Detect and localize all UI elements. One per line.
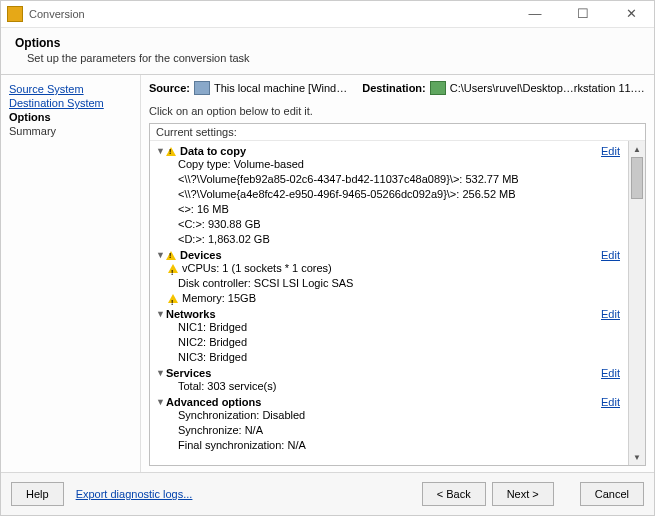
volume-1: <\\?\Volume{feb92a85-02c6-4347-bd42-1103… <box>178 172 624 187</box>
vcpus: vCPUs: 1 (1 sockets * 1 cores) <box>168 261 624 276</box>
volume-d: <D:>: 1,863.02 GB <box>178 232 624 247</box>
chevron-down-icon[interactable]: ▼ <box>156 251 166 260</box>
nic3: NIC3: Bridged <box>178 350 624 365</box>
chevron-down-icon[interactable]: ▼ <box>156 310 166 319</box>
wizard-header: Options Set up the parameters for the co… <box>1 28 654 74</box>
app-icon <box>7 6 23 22</box>
services-total: Total: 303 service(s) <box>178 379 624 394</box>
volume-c: <C:>: 930.88 GB <box>178 217 624 232</box>
settings-header: Current settings: <box>150 124 645 141</box>
sidebar-item-destination-system[interactable]: Destination System <box>9 97 132 109</box>
section-title: Services <box>166 367 601 379</box>
chevron-down-icon[interactable]: ▼ <box>156 369 166 378</box>
warning-icon <box>168 294 178 303</box>
settings-box: Current settings: ▼ Data to copy Edit Co… <box>149 123 646 466</box>
nic1: NIC1: Bridged <box>178 320 624 335</box>
warning-icon <box>166 251 176 260</box>
back-button[interactable]: < Back <box>422 482 486 506</box>
section-title: Devices <box>180 249 601 261</box>
scroll-track[interactable] <box>629 157 645 449</box>
sidebar-item-options[interactable]: Options <box>9 111 132 123</box>
nic2: NIC2: Bridged <box>178 335 624 350</box>
settings-content: ▼ Data to copy Edit Copy type: Volume-ba… <box>150 141 628 465</box>
wizard-sidebar: Source System Destination System Options… <box>1 75 141 472</box>
window-controls: — ☐ ✕ <box>518 1 648 27</box>
conversion-window: Conversion — ☐ ✕ Options Set up the para… <box>0 0 655 516</box>
page-subtitle: Set up the parameters for the conversion… <box>27 52 640 64</box>
chevron-down-icon[interactable]: ▼ <box>156 147 166 156</box>
destination-label: Destination: <box>362 82 426 94</box>
export-logs-link[interactable]: Export diagnostic logs... <box>76 488 193 500</box>
sidebar-item-source-system[interactable]: Source System <box>9 83 132 95</box>
vertical-scrollbar[interactable]: ▲ ▼ <box>628 141 645 465</box>
wizard-footer: Help Export diagnostic logs... < Back Ne… <box>1 472 654 515</box>
cancel-button[interactable]: Cancel <box>580 482 644 506</box>
titlebar: Conversion — ☐ ✕ <box>1 1 654 28</box>
edit-link-networks[interactable]: Edit <box>601 308 620 320</box>
memory: Memory: 15GB <box>168 291 624 306</box>
synchronization: Synchronization: Disabled <box>178 408 624 423</box>
source-value: This local machine [Windows… <box>214 82 352 94</box>
current-settings-label: Current settings: <box>156 126 237 138</box>
scroll-up-arrow[interactable]: ▲ <box>629 141 645 157</box>
minimize-button[interactable]: — <box>518 1 552 27</box>
section-devices[interactable]: ▼ Devices Edit <box>156 249 624 261</box>
section-networks[interactable]: ▼ Networks Edit <box>156 308 624 320</box>
close-button[interactable]: ✕ <box>614 1 648 27</box>
warning-icon <box>168 264 178 273</box>
edit-link-services[interactable]: Edit <box>601 367 620 379</box>
section-data-to-copy[interactable]: ▼ Data to copy Edit <box>156 145 624 157</box>
volume-small: <>: 16 MB <box>178 202 624 217</box>
main-panel: Source: This local machine [Windows… Des… <box>141 75 654 472</box>
disk-controller: Disk controller: SCSI LSI Logic SAS <box>178 276 624 291</box>
section-services[interactable]: ▼ Services Edit <box>156 367 624 379</box>
synchronize: Synchronize: N/A <box>178 423 624 438</box>
maximize-button[interactable]: ☐ <box>566 1 600 27</box>
page-title: Options <box>15 36 640 50</box>
next-button[interactable]: Next > <box>492 482 554 506</box>
body: Source System Destination System Options… <box>1 75 654 472</box>
window-title: Conversion <box>29 8 518 20</box>
section-title: Data to copy <box>180 145 601 157</box>
computer-icon <box>194 81 210 95</box>
chevron-down-icon[interactable]: ▼ <box>156 398 166 407</box>
copy-type: Copy type: Volume-based <box>178 157 624 172</box>
final-sync: Final synchronization: N/A <box>178 438 624 453</box>
vm-icon <box>430 81 446 95</box>
hint-text: Click on an option below to edit it. <box>149 105 646 117</box>
section-advanced[interactable]: ▼ Advanced options Edit <box>156 396 624 408</box>
help-button[interactable]: Help <box>11 482 64 506</box>
edit-link-advanced[interactable]: Edit <box>601 396 620 408</box>
edit-link-devices[interactable]: Edit <box>601 249 620 261</box>
sidebar-item-summary[interactable]: Summary <box>9 125 132 137</box>
section-title: Advanced options <box>166 396 601 408</box>
section-title: Networks <box>166 308 601 320</box>
scroll-thumb[interactable] <box>631 157 643 199</box>
source-label: Source: <box>149 82 190 94</box>
warning-icon <box>166 147 176 156</box>
source-destination-row: Source: This local machine [Windows… Des… <box>149 81 646 95</box>
edit-link-data[interactable]: Edit <box>601 145 620 157</box>
volume-2: <\\?\Volume{a4e8fc42-e950-496f-9465-0526… <box>178 187 624 202</box>
destination-value: C:\Users\ruvel\Desktop…rkstation 11.x/12… <box>450 82 646 94</box>
scroll-down-arrow[interactable]: ▼ <box>629 449 645 465</box>
